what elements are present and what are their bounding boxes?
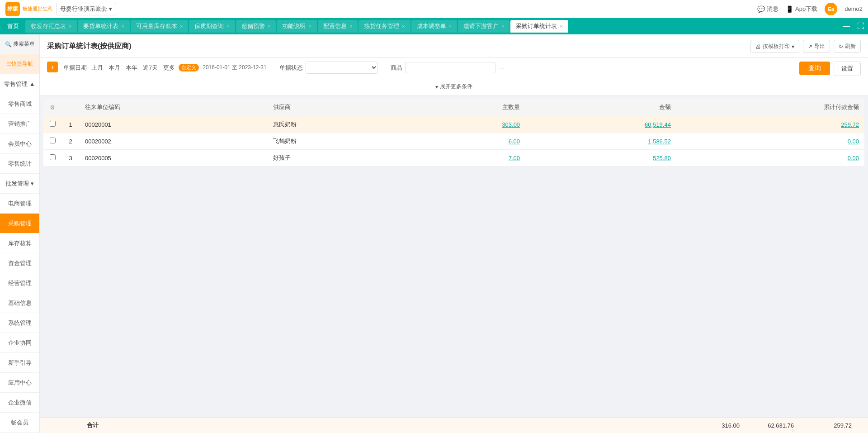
sidebar-item-retail-stats[interactable]: 零售统计 bbox=[0, 154, 39, 174]
sidebar-item-quick-nav[interactable]: ☰ 快捷导航 bbox=[0, 54, 39, 74]
shortcut-this-month[interactable]: 本月 bbox=[107, 63, 122, 73]
sidebar-item-purchase[interactable]: 采购管理 bbox=[0, 214, 39, 233]
row-qty-link[interactable]: 6.00 bbox=[509, 138, 520, 145]
tab-home[interactable]: 首页 bbox=[2, 20, 24, 33]
row-checkbox[interactable] bbox=[50, 138, 56, 143]
status-select[interactable] bbox=[306, 62, 378, 74]
sidebar-enterprisewechat-label: 企业微信 bbox=[8, 399, 32, 407]
sidebar-item-system[interactable]: 系统管理 bbox=[0, 313, 39, 333]
sidebar-item-enterprise[interactable]: 企业协同 bbox=[0, 333, 39, 353]
date-filter-group: 单据日期 上月 本月 本年 近7天 更多 自定义 bbox=[63, 63, 199, 73]
expand-icon: ▾ bbox=[435, 84, 438, 90]
refresh-button[interactable]: ↻ 刷新 bbox=[834, 40, 861, 53]
row-checkbox[interactable] bbox=[50, 154, 56, 160]
tab-warranty-close-icon[interactable] bbox=[226, 24, 229, 29]
workspace-selector[interactable]: 母婴行业演示账套 bbox=[56, 3, 116, 15]
row-amount-link[interactable]: 1,586.52 bbox=[648, 138, 671, 145]
row-paid-link[interactable]: 0.00 bbox=[848, 155, 859, 162]
goods-input[interactable] bbox=[405, 62, 495, 73]
tab-invite-downstream-close-icon[interactable] bbox=[501, 24, 504, 29]
row-checkbox[interactable] bbox=[50, 121, 56, 127]
sidebar-item-app-center[interactable]: 应用中心 bbox=[0, 373, 39, 393]
sidebar-item-ecommerce[interactable]: 电商管理 bbox=[0, 194, 39, 214]
sidebar-item-retail-shop[interactable]: 零售商城 bbox=[0, 94, 39, 114]
settings-button[interactable]: 设置 bbox=[834, 62, 861, 76]
col-header-checkbox: ⚙ bbox=[43, 99, 61, 116]
sidebar-item-wholesale[interactable]: 批发管理 ▾ bbox=[0, 174, 39, 194]
row-paid-link[interactable]: 259.72 bbox=[841, 121, 859, 128]
export-button[interactable]: ↗ 导出 bbox=[803, 40, 830, 53]
sidebar-item-inventory[interactable]: 库存核算 bbox=[0, 233, 39, 253]
shortcut-last-month[interactable]: 上月 bbox=[90, 63, 105, 73]
row-qty-link[interactable]: 303.00 bbox=[502, 121, 520, 128]
shortcut-this-year[interactable]: 本年 bbox=[124, 63, 139, 73]
row-amount-link[interactable]: 60,519.44 bbox=[645, 121, 671, 128]
template-print-label: 按模板打印 bbox=[763, 43, 790, 50]
tab-invite-downstream[interactable]: 邀请下游客户 bbox=[458, 20, 509, 33]
query-button[interactable]: 查询 bbox=[799, 62, 830, 75]
tab-cost-adjust-close-icon[interactable] bbox=[449, 24, 452, 29]
tab-cost-adjust[interactable]: 成本调整单 bbox=[411, 20, 457, 33]
tab-warranty[interactable]: 保质期查询 bbox=[189, 20, 235, 33]
row-qty: 303.00 bbox=[408, 116, 525, 133]
sidebar-item-member[interactable]: 会员中心 bbox=[0, 134, 39, 154]
sidebar-item-search[interactable]: 🔍 搜索菜单 bbox=[0, 34, 39, 54]
shortcut-7days[interactable]: 近7天 bbox=[141, 63, 160, 73]
row-amount-link[interactable]: 525.80 bbox=[653, 155, 671, 162]
user-avatar[interactable]: Ea bbox=[825, 3, 837, 15]
sidebar-retailshop-label: 零售商城 bbox=[8, 100, 32, 108]
row-paid: 259.72 bbox=[676, 116, 864, 133]
template-print-button[interactable]: 🖨 按模板打印 bbox=[750, 40, 799, 53]
sidebar-appcenter-label: 应用中心 bbox=[8, 379, 32, 387]
status-filter-group: 单据状态 bbox=[279, 62, 378, 74]
tab-requisition[interactable]: 要货单统计表 bbox=[78, 20, 129, 33]
tab-expand-icon[interactable]: ⛶ bbox=[855, 21, 866, 31]
sidebar-item-marketing[interactable]: 营销推广 bbox=[0, 114, 39, 134]
tab-overstock-close-icon[interactable] bbox=[268, 24, 270, 29]
tab-requisition-close-icon[interactable] bbox=[121, 24, 124, 29]
goods-more-icon[interactable]: ··· bbox=[498, 63, 507, 72]
workspace-name: 母婴行业演示账套 bbox=[60, 5, 107, 13]
tab-config[interactable]: 配置信息 bbox=[318, 20, 358, 33]
sidebar-item-retail-mgmt[interactable]: 零售管理 ▲ bbox=[0, 74, 39, 94]
tab-collection-close-icon[interactable] bbox=[69, 24, 71, 29]
tab-purchase-stat[interactable]: 采购订单统计表 bbox=[510, 20, 568, 33]
row-paid-link[interactable]: 0.00 bbox=[848, 138, 859, 145]
sidebar-ops-label: 经营管理 bbox=[8, 279, 32, 287]
sidebar-item-basic-info[interactable]: 基础信息 bbox=[0, 293, 39, 313]
shortcut-more[interactable]: 更多 bbox=[161, 63, 177, 73]
app-download-action[interactable]: App下载 bbox=[786, 5, 817, 13]
tab-inventory-book-close-icon[interactable] bbox=[180, 24, 183, 29]
expand-label: 展开更多条件 bbox=[440, 83, 472, 90]
tab-task-mgmt-close-icon[interactable] bbox=[402, 24, 405, 29]
row-amount: 60,519.44 bbox=[525, 116, 676, 133]
tab-config-close-icon[interactable] bbox=[349, 24, 352, 29]
sidebar-item-enterprise-wechat[interactable]: 企业微信 bbox=[0, 393, 39, 413]
message-action[interactable]: 消息 bbox=[757, 5, 778, 13]
table-header: ⚙ 往来单位编码 供应商 主数量 金额 bbox=[43, 99, 864, 116]
table-row[interactable]: 2 00020002 飞鹤奶粉 6.00 1,586.52 0.00 bbox=[43, 133, 864, 150]
sidebar-item-finance[interactable]: 资金管理 bbox=[0, 253, 39, 273]
tab-inventory-book[interactable]: 可用量库存账本 bbox=[131, 20, 188, 33]
col-header-unit-code: 往来单位编码 bbox=[80, 99, 268, 116]
tab-config-label: 配置信息 bbox=[323, 22, 347, 30]
gear-icon[interactable]: ⚙ bbox=[50, 104, 55, 111]
filter-toggle-button[interactable]: › bbox=[47, 62, 58, 72]
sidebar-retailmgmt-label: 零售管理 ▲ bbox=[4, 80, 35, 88]
tab-purchase-stat-close-icon[interactable] bbox=[560, 24, 562, 29]
summary-row: 合计 316.00 62,631.76 259.72 bbox=[45, 421, 863, 429]
sidebar-item-ops[interactable]: 经营管理 bbox=[0, 273, 39, 293]
tab-func-desc[interactable]: 功能说明 bbox=[277, 20, 316, 33]
tab-minimize-icon[interactable]: — bbox=[841, 21, 852, 31]
sidebar-item-vip[interactable]: 畅会员 bbox=[0, 413, 39, 433]
sidebar-item-new-guide[interactable]: 新手引导 bbox=[0, 353, 39, 373]
tab-overstock[interactable]: 超储预警 bbox=[236, 20, 276, 33]
table-row[interactable]: 3 00020005 好孩子 7.00 525.80 0.00 bbox=[43, 150, 864, 167]
tab-collection[interactable]: 收发存汇总表 bbox=[25, 20, 77, 33]
col-supplier-label: 供应商 bbox=[273, 104, 291, 110]
row-qty-link[interactable]: 7.00 bbox=[509, 155, 520, 162]
expand-more-button[interactable]: ▾ 展开更多条件 bbox=[433, 80, 475, 93]
tab-task-mgmt[interactable]: 拣货任务管理 bbox=[359, 20, 410, 33]
table-row[interactable]: 1 00020001 惠氏奶粉 303.00 60,519.44 259.72 bbox=[43, 116, 864, 133]
tab-func-desc-close-icon[interactable] bbox=[308, 24, 311, 29]
